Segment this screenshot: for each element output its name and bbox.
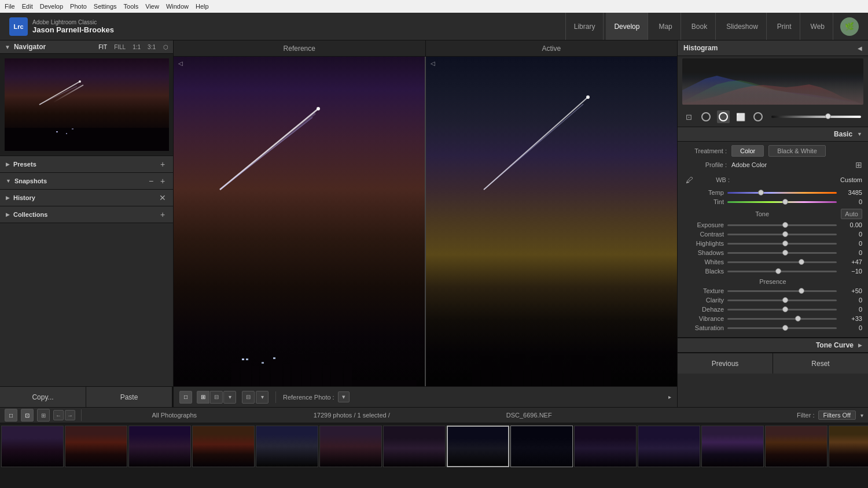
filmstrip-thumb-7[interactable] — [383, 426, 446, 467]
dehaze-thumb[interactable] — [782, 306, 788, 312]
clarity-track[interactable] — [727, 300, 837, 301]
saturation-track[interactable] — [727, 327, 837, 329]
collections-add-btn[interactable]: + — [158, 210, 167, 219]
graduated-filter[interactable]: ⬜ — [734, 110, 747, 123]
filmstrip-thumb-13[interactable] — [765, 426, 827, 467]
snapshots-remove-btn[interactable]: − — [146, 176, 156, 186]
view-dropdown-btn[interactable]: ▾ — [223, 391, 236, 404]
tint-slider-thumb[interactable] — [782, 199, 788, 205]
presets-add-btn[interactable]: + — [158, 160, 167, 169]
dehaze-track[interactable] — [727, 309, 837, 310]
radial-filter[interactable] — [752, 110, 764, 123]
auto-btn[interactable]: Auto — [841, 209, 862, 219]
eyedropper-tool[interactable]: 🖊 — [683, 174, 695, 186]
profile-grid-icon[interactable]: ⊞ — [855, 160, 862, 169]
temp-value[interactable]: 3485 — [840, 189, 862, 196]
filmstrip-single-view[interactable]: □ — [5, 409, 17, 422]
menu-photo[interactable]: Photo — [70, 3, 87, 10]
filmstrip-thumb-1[interactable] — [1, 426, 64, 467]
filmstrip-thumb-14[interactable] — [829, 426, 868, 467]
clarity-thumb[interactable] — [782, 297, 788, 303]
shadows-value[interactable]: 0 — [840, 249, 862, 256]
saturation-value[interactable]: 0 — [840, 324, 862, 331]
basic-section-header[interactable]: Basic ▼ — [678, 127, 868, 142]
color-treatment-btn[interactable]: Color — [731, 145, 764, 157]
history-header[interactable]: ▶ History ✕ — [0, 190, 173, 206]
menu-settings[interactable]: Settings — [94, 3, 117, 10]
menu-view[interactable]: View — [145, 3, 159, 10]
filmstrip-thumb-12[interactable] — [701, 426, 764, 467]
dehaze-value[interactable]: 0 — [840, 306, 862, 313]
filter-value-dropdown[interactable]: Filters Off — [818, 411, 856, 420]
texture-thumb[interactable] — [799, 288, 804, 294]
user-avatar[interactable]: 🌿 — [840, 17, 859, 36]
navigator-header[interactable]: ▼ Navigator FIT FILL 1:1 3:1 ⬡ — [0, 40, 173, 54]
highlights-track[interactable] — [727, 243, 837, 245]
exposure-thumb[interactable] — [782, 222, 788, 228]
tint-value[interactable]: 0 — [840, 198, 862, 205]
whites-track[interactable] — [727, 261, 837, 263]
highlights-thumb[interactable] — [782, 241, 788, 246]
prev-photo-btn[interactable]: ← — [53, 410, 64, 420]
zoom-3-1[interactable]: 3:1 — [146, 43, 157, 51]
exposure-value[interactable]: 0.00 — [840, 221, 862, 228]
filmstrip-thumb-9[interactable] — [510, 426, 573, 467]
snapshots-add-btn[interactable]: + — [158, 176, 167, 186]
view-compare-btn[interactable]: ⊞ — [197, 391, 209, 404]
vibrance-value[interactable]: +33 — [840, 315, 862, 322]
snapshots-header[interactable]: ▼ Snapshots − + — [0, 173, 173, 189]
wb-value[interactable]: Custom — [801, 176, 863, 183]
tint-slider-track[interactable] — [727, 201, 837, 203]
exposure-track[interactable] — [727, 224, 837, 226]
filmstrip-thumb-8[interactable] — [447, 426, 509, 467]
filmstrip-thumb-11[interactable] — [638, 426, 700, 467]
temp-slider-thumb[interactable] — [758, 190, 764, 195]
filmstrip-thumb-2[interactable] — [65, 426, 127, 467]
module-map[interactable]: Map — [650, 13, 681, 40]
zoom-1-1[interactable]: 1:1 — [131, 43, 142, 51]
presets-header[interactable]: ▶ Presets + — [0, 156, 173, 172]
red-eye-tool[interactable] — [717, 110, 730, 123]
active-image[interactable]: ◁ — [426, 57, 677, 386]
view-survey-btn[interactable]: ⊟ — [210, 391, 223, 404]
shadows-thumb[interactable] — [782, 250, 788, 256]
texture-track[interactable] — [727, 290, 837, 292]
filmstrip-thumb-4[interactable] — [192, 426, 255, 467]
menu-window[interactable]: Window — [166, 3, 189, 10]
filmstrip-grid-view[interactable]: ⊡ — [21, 409, 34, 422]
menu-edit[interactable]: Edit — [22, 3, 33, 10]
filmstrip-thumb-3[interactable] — [128, 426, 191, 467]
paste-button[interactable]: Paste — [86, 387, 172, 407]
toolbar-expand-arrow[interactable]: ▸ — [668, 394, 671, 400]
reference-image[interactable]: ◁ — [174, 57, 425, 386]
contrast-value[interactable]: 0 — [840, 231, 862, 238]
tone-curve-header[interactable]: Tone Curve ▶ — [678, 338, 868, 353]
ref-photo-dropdown[interactable]: ▾ — [338, 391, 350, 402]
filmstrip-survey-view[interactable]: ⊞ — [37, 409, 50, 422]
sort-btn[interactable]: ⊟ — [242, 391, 255, 404]
tone-slider-area[interactable] — [771, 116, 861, 118]
bw-treatment-btn[interactable]: Black & White — [768, 145, 825, 157]
menu-help[interactable]: Help — [196, 3, 209, 10]
module-library[interactable]: Library — [565, 13, 604, 40]
menu-file[interactable]: File — [5, 3, 15, 10]
vibrance-thumb[interactable] — [795, 316, 801, 321]
menu-develop[interactable]: Develop — [40, 3, 63, 10]
highlights-value[interactable]: 0 — [840, 240, 862, 247]
whites-thumb[interactable] — [799, 259, 804, 265]
shadows-track[interactable] — [727, 252, 837, 254]
temp-slider-track[interactable] — [727, 192, 837, 194]
menu-tools[interactable]: Tools — [124, 3, 139, 10]
reset-button[interactable]: Reset — [773, 353, 868, 374]
module-print[interactable]: Print — [769, 13, 800, 40]
navigator-expand-icon[interactable]: ⬡ — [163, 44, 168, 50]
vibrance-track[interactable] — [727, 318, 837, 320]
blacks-value[interactable]: −10 — [840, 268, 862, 275]
heal-tool[interactable] — [700, 110, 712, 123]
whites-value[interactable]: +47 — [840, 258, 862, 265]
next-photo-btn[interactable]: → — [65, 410, 75, 420]
collections-header[interactable]: ▶ Collections + — [0, 206, 173, 223]
view-loupe-btn[interactable]: □ — [179, 391, 192, 404]
blacks-track[interactable] — [727, 271, 837, 272]
filmstrip-thumb-5[interactable] — [256, 426, 318, 467]
